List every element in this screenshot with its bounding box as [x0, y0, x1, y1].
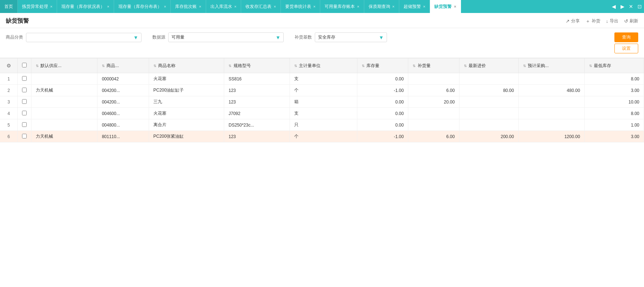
- close-tab-batch-account[interactable]: ×: [199, 4, 201, 9]
- row-est-purchase-3: [518, 96, 584, 108]
- close-tab-inventory-status[interactable]: ×: [107, 4, 109, 9]
- tab-shortage[interactable]: 缺货预警 ×: [430, 0, 461, 13]
- row-min-stock-6: 3.00: [584, 131, 644, 142]
- col-header-min-stock[interactable]: ⇅ 最低库存: [584, 58, 644, 73]
- table-row: 4 004600... 火花塞 J7092 支 0.00 8.00: [0, 108, 644, 119]
- col-header-stock[interactable]: ⇅ 库存量: [357, 58, 408, 73]
- tab-nav-prev[interactable]: ◀: [609, 0, 618, 13]
- filter-row: 商品分类 ▼ 数据源 可用量 ▼ 补货基数 安全库存 ▼: [0, 28, 644, 58]
- row-checkbox-1: [18, 73, 31, 85]
- row-latest-price-6: 200.00: [459, 131, 518, 142]
- close-tab-abnormal[interactable]: ×: [50, 4, 52, 9]
- share-button[interactable]: ↗ 分享: [566, 18, 580, 24]
- row-supplier-2: 力天机械: [31, 85, 97, 96]
- col-header-est-purchase[interactable]: ⇅ 预计采购...: [518, 58, 584, 73]
- share-icon: ↗: [566, 18, 570, 24]
- sort-icon: ⇅: [153, 64, 156, 68]
- supplement-base-select[interactable]: 安全库存 ▼: [315, 32, 387, 42]
- tab-order-stats[interactable]: 要货单统计表 ×: [281, 0, 320, 13]
- col-header-product-name[interactable]: ⇅ 商品名称: [149, 58, 224, 73]
- tab-inout-flow[interactable]: 出入库流水 ×: [206, 0, 241, 13]
- tab-collect-summary[interactable]: 收发存汇总表 ×: [241, 0, 280, 13]
- refresh-button[interactable]: ↺ 刷新: [624, 18, 638, 24]
- col-header-supplement[interactable]: ⇅ 补货量: [408, 58, 459, 73]
- close-tab-shortage[interactable]: ×: [454, 4, 456, 9]
- filter-groups: 商品分类 ▼ 数据源 可用量 ▼ 补货基数 安全库存 ▼: [6, 32, 614, 42]
- row-latest-price-3: [459, 96, 518, 108]
- tab-close-all[interactable]: ✕: [627, 0, 635, 13]
- row-select-1[interactable]: [22, 76, 27, 81]
- tab-inventory-dist[interactable]: 现存量（库存分布表） ×: [114, 0, 171, 13]
- row-spec-3: 123: [224, 96, 290, 108]
- tab-available-ledger[interactable]: 可用量库存账本 ×: [320, 0, 364, 13]
- row-num-5: 5: [0, 119, 18, 131]
- supplement-base-label: 补货基数: [295, 34, 312, 40]
- row-supplement-5: [408, 119, 459, 131]
- supplement-base-value: 安全库存: [318, 34, 335, 40]
- row-unit-1: 支: [290, 73, 357, 85]
- row-stock-4: 0.00: [357, 108, 408, 119]
- row-min-stock-4: 8.00: [584, 108, 644, 119]
- col-checkbox: [18, 58, 31, 73]
- tab-inventory-status[interactable]: 现存量（库存状况表） ×: [57, 0, 114, 13]
- export-button[interactable]: ↓ 导出: [606, 18, 619, 24]
- row-latest-price-2: 80.00: [459, 85, 518, 96]
- select-all-checkbox[interactable]: [22, 63, 27, 67]
- row-supplement-1: [408, 73, 459, 85]
- table-body: 1 0000042 火花塞 SS816 支 0.00 8.00 2 力天机械 0…: [0, 73, 644, 142]
- row-num-6: 6: [0, 131, 18, 142]
- col-header-product-code[interactable]: ⇅ 商品...: [97, 58, 149, 73]
- tab-overstock[interactable]: 超储预警 ×: [399, 0, 430, 13]
- row-latest-price-1: [459, 73, 518, 85]
- table-row: 5 004800... 离合片 DS250*23c... 只 0.00 1.00: [0, 119, 644, 131]
- tab-expand[interactable]: ⊡: [635, 0, 644, 13]
- row-latest-price-4: [459, 108, 518, 119]
- datasource-select[interactable]: 可用量 ▼: [168, 32, 284, 42]
- tab-home[interactable]: 首页: [0, 0, 18, 13]
- category-arrow-icon: ▼: [133, 35, 138, 40]
- row-select-3[interactable]: [22, 99, 27, 104]
- row-supplement-2: 6.00: [408, 85, 459, 96]
- tab-nav-next[interactable]: ▶: [618, 0, 627, 13]
- tab-abnormal[interactable]: 拣货异常处理 ×: [18, 0, 57, 13]
- tab-expiry-query[interactable]: 保质期查询 ×: [364, 0, 399, 13]
- supplement-button[interactable]: ＋ 补货: [586, 18, 600, 25]
- datasource-label: 数据源: [152, 34, 165, 40]
- close-tab-available-ledger[interactable]: ×: [357, 4, 359, 9]
- tab-batch-account[interactable]: 库存批次账 ×: [171, 0, 206, 13]
- table-settings-icon[interactable]: ⚙: [4, 61, 13, 70]
- row-spec-2: 123: [224, 85, 290, 96]
- sort-icon: ⇅: [413, 64, 415, 68]
- close-tab-expiry-query[interactable]: ×: [392, 4, 395, 9]
- category-select[interactable]: ▼: [26, 33, 142, 42]
- datasource-value: 可用量: [171, 34, 184, 40]
- row-est-purchase-2: 480.00: [518, 85, 584, 96]
- row-select-2[interactable]: [22, 88, 27, 92]
- row-select-6[interactable]: [22, 134, 27, 138]
- close-tab-overstock[interactable]: ×: [423, 4, 425, 9]
- col-header-unit[interactable]: ⇅ 主计量单位: [290, 58, 357, 73]
- col-header-spec[interactable]: ⇅ 规格型号: [224, 58, 290, 73]
- row-select-5[interactable]: [22, 122, 27, 127]
- close-tab-inout-flow[interactable]: ×: [234, 4, 236, 9]
- table-header-row: ⚙ ⇅ 默认供应... ⇅ 商品... ⇅ 商品名称: [0, 58, 644, 73]
- row-product-code-6: 801110...: [97, 131, 149, 142]
- row-product-name-4: 火花塞: [149, 108, 224, 119]
- row-stock-5: 0.00: [357, 119, 408, 131]
- row-select-4[interactable]: [22, 111, 27, 115]
- sort-icon: ⇅: [362, 64, 365, 68]
- col-header-latest-price[interactable]: ⇅ 最新进价: [459, 58, 518, 73]
- row-product-name-2: PC200油缸缸子: [149, 85, 224, 96]
- close-tab-order-stats[interactable]: ×: [313, 4, 316, 9]
- sort-icon: ⇅: [229, 64, 231, 68]
- settings-button[interactable]: 设置: [614, 44, 638, 53]
- close-tab-inventory-dist[interactable]: ×: [164, 4, 166, 9]
- row-checkbox-3: [18, 96, 31, 108]
- query-button[interactable]: 查询: [614, 32, 638, 42]
- page-header: 缺货预警 ↗ 分享 ＋ 补货 ↓ 导出 ↺ 刷新: [0, 13, 644, 28]
- close-tab-collect-summary[interactable]: ×: [274, 4, 276, 9]
- table-row: 6 力天机械 801110... PC200张紧油缸 123 个 -1.00 6…: [0, 131, 644, 142]
- row-supplement-3: 20.00: [408, 96, 459, 108]
- datasource-filter-group: 数据源 可用量 ▼: [152, 32, 284, 42]
- col-header-default-supplier[interactable]: ⇅ 默认供应...: [31, 58, 97, 73]
